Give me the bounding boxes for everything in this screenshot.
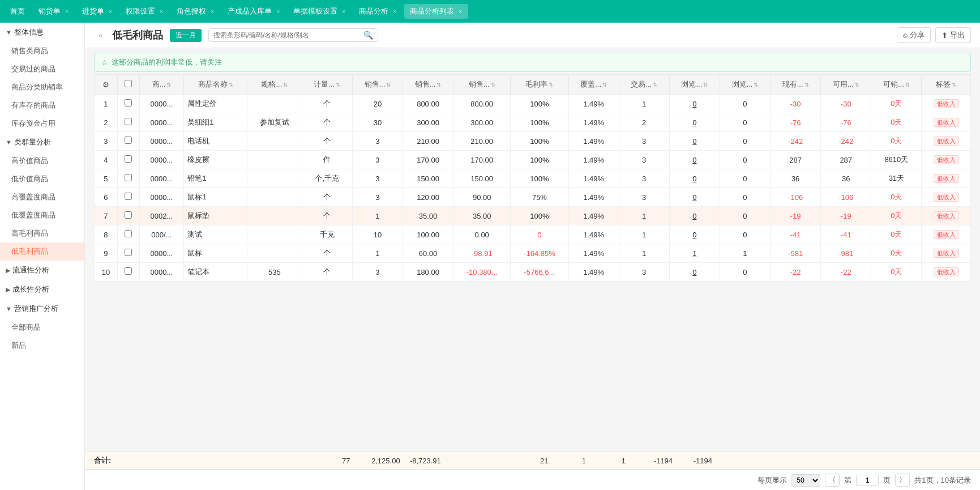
close-sales-icon[interactable]: × xyxy=(65,8,69,15)
sidebar-item-all-goods[interactable]: 全部商品 xyxy=(0,318,84,336)
col-tag[interactable]: 标签⇅ xyxy=(922,75,971,95)
per-page-select[interactable]: 50 100 200 xyxy=(791,474,820,487)
sidebar-group-cluster[interactable]: ▼ 类群量分析 xyxy=(0,133,84,152)
search-icon[interactable]: 🔍 xyxy=(363,31,373,40)
col-unit[interactable]: 计量...⇅ xyxy=(302,75,352,95)
nav-template[interactable]: 单据模板设置 × xyxy=(288,4,351,19)
row-checkbox[interactable] xyxy=(117,113,139,132)
row-select-checkbox[interactable] xyxy=(125,99,132,106)
sidebar-item-in-stock[interactable]: 有库存的商品 xyxy=(0,96,84,114)
col-coverage[interactable]: 覆盖...⇅ xyxy=(568,75,619,95)
nav-sales[interactable]: 销货单 × xyxy=(33,4,74,19)
next-page-btn[interactable]: 〉 xyxy=(895,474,910,487)
row-views1[interactable]: 0 xyxy=(669,95,720,113)
search-input[interactable] xyxy=(213,31,363,39)
row-sales-qty: 3 xyxy=(352,132,403,151)
collapse-sidebar-btn[interactable]: « xyxy=(96,28,105,42)
sidebar-item-traded-goods[interactable]: 交易过的商品 xyxy=(0,60,84,78)
close-perm-icon[interactable]: × xyxy=(160,8,163,15)
col-gross-margin[interactable]: 毛利率⇅ xyxy=(511,75,568,95)
page-input[interactable] xyxy=(856,475,879,486)
col-spec[interactable]: 规格...⇅ xyxy=(247,75,302,95)
close-purchase-icon[interactable]: × xyxy=(109,8,112,15)
sidebar-item-low-coverage[interactable]: 低覆盖度商品 xyxy=(0,206,84,224)
row-select-checkbox[interactable] xyxy=(125,249,132,256)
close-tmpl-icon[interactable]: × xyxy=(342,8,345,15)
col-views2[interactable]: 浏览...⇅ xyxy=(720,75,770,95)
col-sales-amount[interactable]: 销售...⇅ xyxy=(403,75,453,95)
sidebar-item-stock-value[interactable]: 库存资金占用 xyxy=(0,114,84,133)
share-button[interactable]: ⎋ 分享 xyxy=(897,27,931,43)
close-role-icon[interactable]: × xyxy=(211,8,214,15)
row-select-checkbox[interactable] xyxy=(125,137,132,144)
sidebar-group-cluster-label: 类群量分析 xyxy=(14,137,51,147)
sidebar-item-new-goods[interactable]: 新品 xyxy=(0,336,84,355)
row-code: 0000... xyxy=(139,263,184,282)
row-code: 0000... xyxy=(139,244,184,263)
row-select-checkbox[interactable] xyxy=(125,230,132,237)
row-views1[interactable]: 0 xyxy=(669,132,720,151)
row-views1[interactable]: 0 xyxy=(669,207,720,225)
row-checkbox[interactable] xyxy=(117,244,139,263)
row-views1[interactable]: 0 xyxy=(669,151,720,169)
row-views1[interactable]: 0 xyxy=(669,188,720,207)
col-available[interactable]: 可用...⇅ xyxy=(821,75,871,95)
sidebar-item-low-price[interactable]: 低价值商品 xyxy=(0,170,84,188)
row-checkbox[interactable] xyxy=(117,225,139,244)
row-views1[interactable]: 0 xyxy=(669,225,720,244)
export-button[interactable]: ⬆ 导出 xyxy=(935,27,971,43)
nav-role[interactable]: 角色授权 × xyxy=(171,4,220,19)
close-prod-icon[interactable]: × xyxy=(276,8,280,15)
prev-page-btn[interactable]: 〈 xyxy=(825,474,840,487)
row-code: 000/... xyxy=(139,225,184,244)
row-checkbox[interactable] xyxy=(117,95,139,113)
row-checkbox[interactable] xyxy=(117,263,139,282)
close-ga-icon[interactable]: × xyxy=(393,8,396,15)
row-select-checkbox[interactable] xyxy=(125,267,132,275)
row-checkbox[interactable] xyxy=(117,188,139,207)
row-checkbox[interactable] xyxy=(117,207,139,225)
row-views1[interactable]: 0 xyxy=(669,169,720,188)
row-checkbox[interactable] xyxy=(117,132,139,151)
row-checkbox[interactable] xyxy=(117,169,139,188)
sidebar-item-sales-goods[interactable]: 销售类商品 xyxy=(0,42,84,60)
col-name[interactable]: 商品名称⇅ xyxy=(184,75,247,95)
time-filter-button[interactable]: 近一月 xyxy=(170,29,202,42)
select-all-checkbox[interactable] xyxy=(125,80,132,87)
row-code: 0000... xyxy=(139,151,184,169)
sidebar-item-high-coverage[interactable]: 高覆盖度商品 xyxy=(0,188,84,206)
col-saleable[interactable]: 可销...⇅ xyxy=(871,75,922,95)
col-settings[interactable]: ⚙ xyxy=(95,75,118,95)
row-select-checkbox[interactable] xyxy=(125,155,132,163)
nav-purchase[interactable]: 进货单 × xyxy=(76,4,118,19)
col-checkbox[interactable] xyxy=(117,75,139,95)
sidebar-item-category-rate[interactable]: 商品分类助销率 xyxy=(0,78,84,96)
sidebar-item-high-price[interactable]: 高价值商品 xyxy=(0,152,84,170)
sidebar-group-flow[interactable]: ▶ 流通性分析 xyxy=(0,261,84,280)
row-select-checkbox[interactable] xyxy=(125,174,132,181)
col-current-stock[interactable]: 现有...⇅ xyxy=(771,75,821,95)
row-views1[interactable]: 0 xyxy=(669,263,720,282)
sidebar-item-low-margin[interactable]: 低毛利商品 xyxy=(0,242,84,261)
col-trade[interactable]: 交易...⇅ xyxy=(619,75,669,95)
row-select-checkbox[interactable] xyxy=(125,118,132,125)
row-select-checkbox[interactable] xyxy=(125,211,132,219)
sidebar-group-overview[interactable]: ▼ 整体信息 xyxy=(0,23,84,42)
row-views1[interactable]: 1 xyxy=(669,244,720,263)
nav-home[interactable]: 首页 xyxy=(5,4,31,19)
col-sales-qty[interactable]: 销售...⇅ xyxy=(352,75,403,95)
nav-product-in[interactable]: 产成品入库单 × xyxy=(222,4,285,19)
close-gl-icon[interactable]: × xyxy=(459,8,462,15)
sidebar-group-growth[interactable]: ▶ 成长性分析 xyxy=(0,280,84,299)
row-views1[interactable]: 0 xyxy=(669,113,720,132)
col-sales-profit[interactable]: 销售...⇅ xyxy=(453,75,511,95)
nav-goods-analysis[interactable]: 商品分析 × xyxy=(353,4,402,19)
nav-goods-list[interactable]: 商品分析列表 × xyxy=(404,4,468,19)
sidebar-item-high-margin[interactable]: 高毛利商品 xyxy=(0,224,84,242)
col-code[interactable]: 商...⇅ xyxy=(139,75,184,95)
row-select-checkbox[interactable] xyxy=(125,193,132,200)
sidebar-group-marketing[interactable]: ▼ 营销推广分析 xyxy=(0,299,84,318)
nav-permission[interactable]: 权限设置 × xyxy=(120,4,169,19)
row-checkbox[interactable] xyxy=(117,151,139,169)
col-views1[interactable]: 浏览...⇅ xyxy=(669,75,720,95)
